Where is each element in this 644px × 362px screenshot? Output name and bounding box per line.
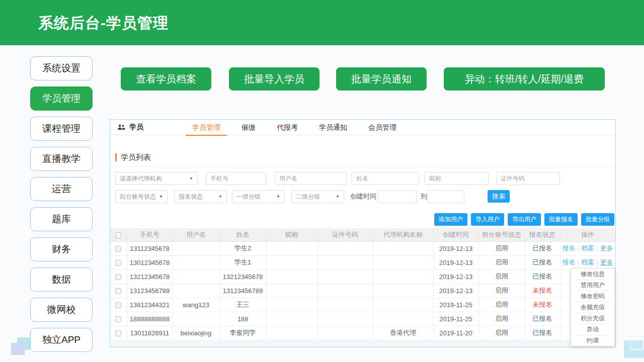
cell-username [173,284,219,298]
more-link[interactable]: 更多 [600,258,613,266]
sidebar-item-finance[interactable]: 财务 [30,237,93,261]
archive-link[interactable]: 档案 [581,244,594,252]
more-actions-menu: 修改信息禁用用户修改密码余额充值积分充值异动约课 [571,268,615,346]
col-phone: 手机号 [127,228,173,241]
panel-tabs: 学员管理催缴代报考学员通知会员管理 [186,120,403,135]
tab-student-management[interactable]: 学员管理 [186,120,227,135]
username-input[interactable] [275,172,347,185]
sidebar-item-micro-school[interactable]: 微网校 [30,298,93,322]
tab-proxy-exam[interactable]: 代报考 [270,120,304,135]
col-created: 创建时间 [433,228,478,241]
row-checkbox-cell [110,269,127,284]
search-button[interactable]: 搜索 [488,190,510,203]
row-checkbox[interactable] [115,288,121,294]
menu-edit-info[interactable]: 修改信息 [571,268,614,280]
batch-import-students-button[interactable]: 批量导入学员 [229,67,319,90]
table-row: 13011826911beixiaojing李俊同学香港代理2019-11-20… [110,326,615,340]
col-actions: 操作 [560,228,615,241]
row-checkbox[interactable] [115,246,121,252]
menu-change[interactable]: 异动 [571,324,614,335]
cell-id-number [317,269,373,284]
name-input[interactable] [352,172,419,185]
table-row: 13123456789131234567892019-12-13启用未报名 [110,284,615,298]
select-all-checkbox[interactable] [115,232,121,238]
sidebar-item-system-settings[interactable]: 系统设置 [30,56,93,80]
menu-points-recharge[interactable]: 积分充值 [571,313,614,324]
cell-account-status: 启用 [478,269,525,284]
sidebar-item-live-teaching[interactable]: 直播教学 [30,147,93,171]
table-row: 13012345678学生12019-12-13启用已报名报名|档案|更多 [110,255,615,269]
row-checkbox-cell [110,326,127,340]
cell-actions: 报名|档案|更多 [560,255,615,269]
cell-signup-status: 已报名 [525,312,560,326]
signup-status-select[interactable]: 报名状态▼ [174,190,227,203]
header-checkbox-cell [110,228,127,241]
sidebar-item-course-management[interactable]: 课程管理 [30,117,93,141]
nickname-input[interactable] [425,172,489,185]
cell-agency [373,255,433,269]
export-users-button[interactable]: 导出用户 [508,213,541,226]
select-value: 一级分组 [236,193,261,201]
row-checkbox[interactable] [115,330,121,336]
more-link[interactable]: 更多 [600,244,613,252]
row-checkbox[interactable] [115,302,121,308]
section-title-row: 学员列表 [110,148,615,167]
batch-student-notify-button[interactable]: 批量学员通知 [336,67,427,90]
batch-group-button[interactable]: 批量分组 [581,213,614,226]
cell-signup-status: 已报名 [525,241,560,255]
archive-link[interactable]: 档案 [581,258,594,266]
import-users-button[interactable]: 导入用户 [471,213,504,226]
panel-tabbar: 学员 学员管理催缴代报考学员通知会员管理 [110,120,615,135]
phone-input[interactable] [206,172,266,185]
select-value: 报名状态 [179,193,203,201]
view-student-archive-button[interactable]: 查看学员档案 [121,67,211,90]
account-status-select[interactable]: 前台账号状态▼ [115,190,168,203]
id-number-input[interactable] [496,172,560,185]
row-checkbox[interactable] [115,274,121,280]
cell-agency [373,284,433,298]
cell-agency [373,298,433,312]
link-separator: | [596,244,598,252]
agency-select[interactable]: 请选择代理机构▼ [115,172,198,185]
signup-link[interactable]: 报名 [562,244,576,252]
cell-created: 2019-11-25 [433,312,478,326]
cell-name: 188 [219,312,266,326]
group-level2-select[interactable]: 二级分组▼ [291,190,344,203]
page-title: 系统后台-学员管理 [0,0,644,34]
sidebar-item-standalone-app[interactable]: 独立APP [30,328,93,352]
created-to-input[interactable] [427,190,464,203]
col-nickname: 昵称 [266,228,317,241]
created-from-input[interactable] [378,190,417,203]
tab-member-management[interactable]: 会员管理 [362,120,403,135]
tab-payment-reminder[interactable]: 催缴 [235,120,262,135]
table-row: 188888888881882019-11-25启用已报名 [110,312,615,326]
add-user-button[interactable]: 添加用户 [434,213,467,226]
cell-username [173,312,219,326]
link-separator: | [596,258,598,266]
cell-agency [373,312,433,326]
menu-book-lesson[interactable]: 约课 [571,335,614,346]
group-level1-select[interactable]: 一级分组▼ [232,190,285,203]
tab-student-notice[interactable]: 学员通知 [312,120,354,135]
sidebar-item-student-management[interactable]: 学员管理 [30,86,93,111]
cell-username: beixiaojing [173,326,219,340]
cell-created: 2019-12-13 [433,269,478,284]
cell-nickname [266,326,317,340]
sidebar-item-operations[interactable]: 运营 [30,177,93,201]
student-panel: 学员 学员管理催缴代报考学员通知会员管理 学员列表 请选择代理机构▼前台账号状态… [110,119,616,347]
signup-link[interactable]: 报名 [562,258,576,266]
menu-disable-user[interactable]: 禁用用户 [571,280,614,291]
sidebar-item-question-bank[interactable]: 题库 [30,207,93,231]
menu-balance-recharge[interactable]: 余额充值 [571,302,614,313]
row-checkbox[interactable] [115,316,121,322]
batch-signup-button[interactable]: 批量报名 [544,213,578,226]
cell-name: 13123456789 [219,284,266,298]
menu-change-password[interactable]: 修改密码 [571,291,614,302]
cell-id-number [317,255,373,269]
sidebar-item-data[interactable]: 数据 [30,267,93,292]
change-transfer-refund-button[interactable]: 异动：转班/转人/延期/退费 [444,67,605,90]
cell-nickname [266,298,317,312]
cell-created: 2019-11-20 [433,326,478,340]
cell-username: wang123 [173,298,219,312]
row-checkbox[interactable] [115,260,121,266]
